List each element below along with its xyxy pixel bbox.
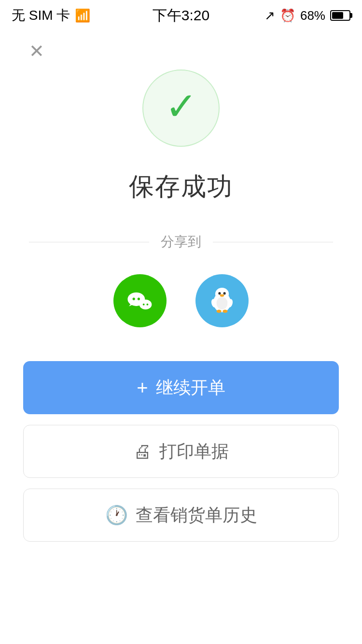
battery-fill	[332, 12, 343, 19]
svg-point-3	[138, 298, 140, 300]
svg-point-1	[139, 299, 152, 309]
share-divider: 分享到	[0, 233, 362, 251]
svg-point-4	[143, 304, 145, 306]
divider-right	[213, 242, 333, 242]
checkmark-icon: ✓	[165, 87, 197, 126]
print-button[interactable]: 🖨 打印单据	[23, 425, 339, 478]
clock-icon: 🕐	[105, 504, 128, 526]
battery-icon	[330, 10, 350, 21]
wechat-share-button[interactable]	[113, 274, 167, 327]
battery-text: 68%	[300, 8, 325, 23]
status-right: ↗ ⏰ 68%	[265, 8, 350, 23]
status-time: 下午3:20	[153, 6, 209, 26]
qq-icon	[207, 285, 237, 316]
svg-point-10	[223, 292, 226, 294]
sim-text: 无 SIM 卡	[12, 6, 70, 25]
history-label: 查看销货单历史	[136, 504, 257, 527]
share-icons	[113, 274, 249, 327]
share-label: 分享到	[149, 233, 213, 251]
plus-icon: +	[137, 377, 148, 399]
svg-point-11	[220, 294, 224, 297]
success-title: 保存成功	[129, 170, 233, 204]
location-icon: ↗	[265, 8, 275, 23]
history-button[interactable]: 🕐 查看销货单历史	[23, 489, 339, 542]
status-bar: 无 SIM 卡 📶 下午3:20 ↗ ⏰ 68%	[0, 0, 362, 31]
wifi-icon: 📶	[75, 8, 90, 23]
wechat-icon	[125, 285, 155, 316]
svg-point-14	[223, 310, 227, 313]
svg-point-12	[216, 297, 227, 309]
svg-point-5	[146, 304, 148, 306]
buttons-container: + 继续开单 🖨 打印单据 🕐 查看销货单历史	[0, 361, 362, 552]
print-label: 打印单据	[159, 440, 229, 463]
status-left: 无 SIM 卡 📶	[12, 6, 90, 25]
qq-share-button[interactable]	[195, 274, 249, 327]
continue-label: 继续开单	[156, 376, 225, 400]
svg-point-13	[216, 310, 221, 313]
continue-button[interactable]: + 继续开单	[23, 361, 339, 414]
svg-point-9	[218, 292, 221, 294]
close-button[interactable]: ✕	[23, 38, 50, 65]
success-circle: ✓	[142, 70, 220, 147]
divider-left	[29, 242, 149, 242]
printer-icon: 🖨	[133, 441, 152, 462]
main-content: ✓ 保存成功 分享到	[0, 31, 362, 552]
close-icon: ✕	[29, 42, 44, 60]
alarm-icon: ⏰	[280, 8, 295, 23]
svg-point-2	[133, 298, 135, 300]
